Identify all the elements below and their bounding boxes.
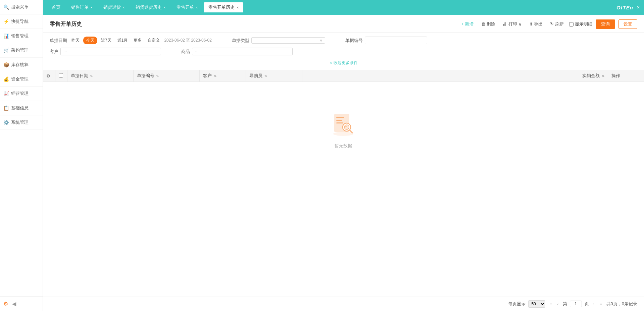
th-checkbox[interactable] [55, 70, 67, 82]
add-button[interactable]: + 新增 [459, 20, 476, 28]
inventory-icon: 📦 [3, 62, 9, 67]
tab-sales-order-close[interactable]: × [91, 6, 93, 9]
doc-type-label: 单据类型 [232, 38, 249, 44]
refresh-button[interactable]: ↻ 刷新 [548, 20, 566, 28]
sidebar-search-label: 搜索采单 [11, 4, 29, 10]
topbar-close-button[interactable]: ✕ [637, 5, 640, 10]
tab-home-label: 首页 [52, 4, 60, 10]
sidebar-item-label: 基础信息 [11, 105, 29, 111]
th-amount[interactable]: 实销金额 ⇅ [302, 70, 608, 82]
print-arrow-icon: ∨ [518, 22, 522, 27]
per-page-select[interactable]: 50 10 20 100 [528, 300, 545, 308]
sidebar-item-sys-mgmt[interactable]: ⚙️ 系统管理 [0, 115, 43, 130]
goods-label: 商品 [181, 49, 190, 55]
filter-row-1: 单据日期 昨天 今天 近7天 近1月 更多 自定义 2023-06-02 至 2… [50, 37, 637, 44]
per-page-label: 每页显示 [508, 301, 526, 307]
date-btn-today[interactable]: 今天 [83, 37, 97, 44]
tab-retail-open[interactable]: 零售开单 × [172, 2, 203, 12]
setting-button[interactable]: 设置 [618, 19, 637, 29]
tab-sales-return-history[interactable]: 销货退货历史 × [131, 2, 170, 12]
sidebar-item-purchase-mgmt[interactable]: 🛒 采购管理 [0, 43, 43, 58]
quick-nav-icon: ⚡ [3, 19, 9, 24]
sys-mgmt-icon: ⚙️ [3, 120, 9, 125]
tab-sales-return-close[interactable]: × [123, 6, 125, 9]
filter-area: 单据日期 昨天 今天 近7天 近1月 更多 自定义 2023-06-02 至 2… [43, 33, 644, 70]
sidebar-bottom: ⚙ ◀ [0, 296, 43, 311]
sidebar-search[interactable]: 🔍 搜索采单 [0, 0, 43, 14]
tab-retail-history[interactable]: 零售开单历史 × [204, 2, 243, 12]
display-detail-checkbox[interactable] [569, 22, 574, 27]
print-button[interactable]: 🖨 打印 ∨ [501, 20, 524, 28]
sidebar-gear-button[interactable]: ⚙ [3, 301, 8, 307]
purchase-mgmt-icon: 🛒 [3, 48, 9, 53]
customer-sort-icon: ⇅ [214, 74, 216, 78]
th-guide[interactable]: 导购员 ⇅ [246, 70, 302, 82]
page-number-input[interactable] [570, 301, 582, 307]
sidebar-item-label: 经营管理 [11, 91, 29, 97]
customer-input[interactable]: ··· [60, 48, 161, 55]
base-info-icon: 📋 [3, 105, 9, 111]
data-table: ⚙ 单据日期 ⇅ 单据编号 ⇅ [43, 70, 644, 162]
next-page-button[interactable]: › [592, 301, 596, 307]
sidebar-item-sales-mgmt[interactable]: 📊 销售管理 [0, 29, 43, 43]
page-suffix: 页 [585, 301, 589, 307]
topbar-right: OfTEn ✕ [616, 5, 640, 10]
empty-state: 暂无数据 [43, 82, 644, 162]
print-label: 🖨 打印 [503, 21, 517, 27]
customer-filter: 客户 ··· [50, 48, 161, 55]
prev-page-button[interactable]: ‹ [556, 301, 560, 307]
query-button[interactable]: 查询 [596, 19, 615, 29]
search-icon: 🔍 [3, 4, 9, 10]
sidebar-item-label: 快捷导航 [11, 18, 29, 24]
sidebar-item-finance[interactable]: 💰 资金管理 [0, 72, 43, 87]
tab-sales-return-label: 销货退货 [103, 4, 121, 10]
select-all-checkbox[interactable] [59, 73, 63, 77]
sidebar-item-inventory[interactable]: 📦 库存核算 [0, 58, 43, 72]
sidebar-collapse-button[interactable]: ◀ [12, 301, 16, 307]
first-page-button[interactable]: « [548, 301, 553, 307]
tab-sales-order[interactable]: 销售订单 × [66, 2, 97, 12]
doc-type-select[interactable]: ∨ [251, 37, 325, 44]
tab-retail-history-close[interactable]: × [237, 6, 239, 9]
sales-mgmt-icon: 📊 [3, 33, 9, 39]
tab-sales-return-history-close[interactable]: × [164, 6, 166, 9]
delete-button[interactable]: 🗑 删除 [479, 20, 498, 28]
date-btn-yesterday[interactable]: 昨天 [69, 37, 82, 44]
tab-retail-open-close[interactable]: × [196, 6, 198, 9]
th-doc-no[interactable]: 单据编号 ⇅ [133, 70, 199, 82]
table-area: ⚙ 单据日期 ⇅ 单据编号 ⇅ [43, 70, 644, 297]
date-btn-custom[interactable]: 自定义 [145, 37, 162, 44]
th-guide-label: 导购员 [249, 73, 262, 78]
topbar: 首页 销售订单 × 销货退货 × 销货退货历史 × 零售开单 × 零售开单历史 … [43, 0, 644, 15]
collapse-filter-button[interactable]: ∧ 收起更多条件 [50, 59, 637, 67]
th-doc-no-label: 单据编号 [137, 73, 154, 78]
sidebar-item-base-info[interactable]: 📋 基础信息 [0, 101, 43, 115]
business-icon: 📈 [3, 91, 9, 96]
sidebar-item-business[interactable]: 📈 经营管理 [0, 87, 43, 101]
th-customer[interactable]: 客户 ⇅ [200, 70, 246, 82]
export-button[interactable]: ⬆ 导出 [527, 20, 545, 28]
amount-sort-icon: ⇅ [602, 74, 604, 78]
doc-no-input[interactable] [365, 37, 427, 44]
brand-label: OfTEn [616, 5, 633, 10]
goods-filter: 商品 ··· [181, 48, 293, 55]
goods-input[interactable]: ··· [192, 48, 293, 55]
tab-sales-return[interactable]: 销货退货 × [99, 2, 130, 12]
date-btn-more[interactable]: 更多 [131, 37, 144, 44]
filter-row-2: 客户 ··· 商品 ··· [50, 48, 637, 55]
settings-icon: ⚙ [46, 73, 50, 79]
display-detail-toggle[interactable]: 显示明细 [569, 21, 592, 27]
doc-no-label: 单据编号 [345, 38, 363, 44]
th-settings[interactable]: ⚙ [43, 70, 55, 82]
last-page-button[interactable]: » [598, 301, 603, 307]
svg-rect-4 [336, 122, 343, 123]
th-action-label: 操作 [611, 73, 620, 78]
tab-home[interactable]: 首页 [47, 2, 65, 12]
total-label: 共0页，0条记录 [606, 301, 637, 307]
th-doc-date[interactable]: 单据日期 ⇅ [67, 70, 133, 82]
date-btn-last7[interactable]: 近7天 [99, 37, 114, 44]
sidebar-item-quick-nav[interactable]: ⚡ 快捷导航 [0, 14, 43, 29]
empty-icon [328, 109, 358, 139]
date-btn-last-month[interactable]: 近1月 [115, 37, 130, 44]
goods-dots: ··· [195, 49, 199, 54]
